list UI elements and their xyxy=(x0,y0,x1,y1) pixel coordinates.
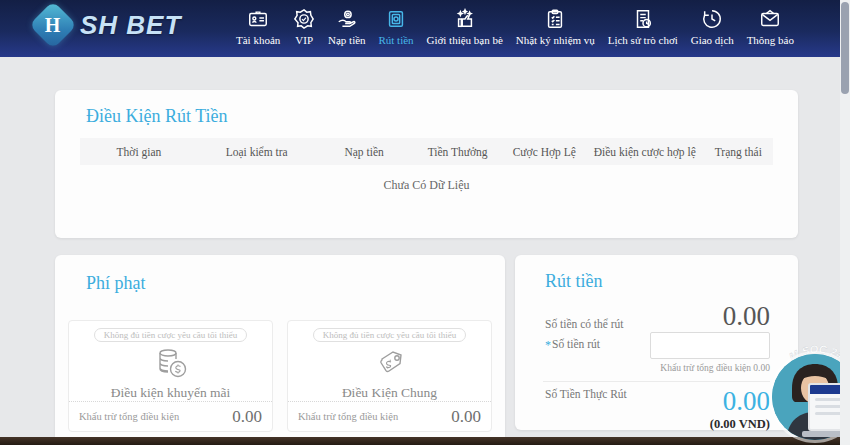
nav-item-notifications[interactable]: Thông báo xyxy=(747,8,794,46)
clock-icon xyxy=(701,8,723,30)
nav-item-label: Giao dịch xyxy=(691,34,734,46)
id-card-icon xyxy=(247,8,269,30)
available-amount-value: 0.00 xyxy=(723,303,770,330)
hand-coin-icon xyxy=(336,8,358,30)
brand-diamond-icon: H xyxy=(29,1,77,49)
withdraw-panel: Rút tiền Số tiền có thể rút 0.00 *Số tiề… xyxy=(515,255,798,430)
actual-withdraw-label: Số Tiền Thực Rút xyxy=(545,388,627,400)
available-amount-label: Số tiền có thể rút xyxy=(545,318,624,330)
nav-item-label: Rút tiền xyxy=(378,34,413,46)
divider xyxy=(543,381,770,382)
column-header-valid-bet: Cược Hợp Lệ xyxy=(503,146,586,158)
general-condition-label: Điều Kiện Chung xyxy=(288,385,491,401)
nav-item-label: Nạp tiền xyxy=(328,34,366,46)
nav-item-task-log[interactable]: Nhật ký nhiệm vụ xyxy=(516,8,595,46)
nav-item-label: Thông báo xyxy=(747,34,794,46)
nav-item-label: VIP xyxy=(295,34,313,46)
nav-item-game-history[interactable]: Lịch sử trò chơi xyxy=(608,8,678,46)
promo-deduction-value: 0.00 xyxy=(232,407,262,427)
clipboard-icon xyxy=(544,8,566,30)
column-header-check-type: Loại kiểm tra xyxy=(198,146,316,158)
brand-name: SH BET xyxy=(80,10,181,41)
brand-logo[interactable]: H SH BET xyxy=(36,8,181,42)
document-clock-icon xyxy=(632,8,654,30)
envelope-icon xyxy=(759,8,781,30)
nav-item-refer-friends[interactable]: Giới thiệu bạn bè xyxy=(426,8,502,46)
nav-item-transactions[interactable]: Giao dịch xyxy=(691,8,734,46)
price-tag-icon xyxy=(288,344,491,384)
withdraw-amount-input[interactable] xyxy=(650,332,770,359)
nav-item-label: Tài khoản xyxy=(236,34,280,46)
coins-icon xyxy=(69,344,272,384)
wallet-icon xyxy=(385,8,407,30)
withdraw-amount-row: *Số tiền rút xyxy=(545,332,770,359)
nav-menu: Tài khoản VIP Nạp tiền Rút tiền xyxy=(236,8,794,46)
general-condition-card: Không đủ tiền cược yêu cầu tối thiểu Điề… xyxy=(287,320,492,432)
actual-withdraw-row: Số Tiền Thực Rút 0.00 (0.00 VND) xyxy=(545,388,770,432)
conditions-table-header: Thời gian Loại kiểm tra Nạp tiền Tiền Th… xyxy=(80,138,773,165)
nav-item-label: Lịch sử trò chơi xyxy=(608,34,678,46)
column-header-bonus: Tiền Thưởng xyxy=(413,146,503,158)
general-deduction-value: 0.00 xyxy=(451,407,481,427)
withdraw-panel-title: Rút tiền xyxy=(545,271,603,292)
vip-badge-icon xyxy=(293,8,315,30)
actual-withdraw-value: 0.00 xyxy=(710,388,770,415)
general-condition-badge: Không đủ tiền cược yêu cầu tối thiểu xyxy=(313,328,466,342)
nav-item-label: Giới thiệu bạn bè xyxy=(426,34,502,46)
promo-condition-badge: Không đủ tiền cược yêu cầu tối thiểu xyxy=(94,328,247,342)
actual-withdraw-vnd: (0.00 VND) xyxy=(710,417,770,432)
page-scrollbar[interactable] xyxy=(840,0,850,445)
promo-deduction-row: Khấu trừ tổng điều kiện 0.00 xyxy=(69,401,272,431)
withdraw-conditions-title: Điều Kiện Rút Tiền xyxy=(86,106,228,127)
withdraw-amount-label: *Số tiền rút xyxy=(545,338,600,353)
penalty-fee-title: Phí phạt xyxy=(86,273,146,294)
required-asterisk: * xyxy=(545,338,551,352)
nav-item-deposit[interactable]: Nạp tiền xyxy=(328,8,366,46)
footer-background-strip xyxy=(0,437,850,445)
hand-stars-icon xyxy=(454,8,476,30)
customer-support-widget[interactable]: M SÓC 24/7 xyxy=(766,345,850,445)
withdraw-conditions-panel: Điều Kiện Rút Tiền Thời gian Loại kiểm t… xyxy=(55,90,798,238)
general-deduction-row: Khấu trừ tổng điều kiện 0.00 xyxy=(288,401,491,431)
promo-condition-label: Điều kiện khuyến mãi xyxy=(69,385,272,401)
scrollbar-thumb[interactable] xyxy=(841,2,849,94)
column-header-deposit: Nạp tiền xyxy=(316,146,413,158)
nav-item-vip[interactable]: VIP xyxy=(293,8,315,46)
available-amount-row: Số tiền có thể rút 0.00 xyxy=(545,303,770,330)
general-deduction-label: Khấu trừ tổng điều kiện xyxy=(298,411,398,422)
column-header-time: Thời gian xyxy=(80,146,198,158)
nav-item-withdraw[interactable]: Rút tiền xyxy=(378,8,413,46)
column-header-status: Trạng thái xyxy=(704,146,773,158)
empty-state-text: Chưa Có Dữ Liệu xyxy=(55,178,798,193)
promo-condition-card: Không đủ tiền cược yêu cầu tối thiểu Điề… xyxy=(68,320,273,432)
top-navbar: H SH BET Tài khoản VIP Nạp tiề xyxy=(0,0,850,57)
penalty-fee-panel: Phí phạt Không đủ tiền cược yêu cầu tối … xyxy=(55,255,505,437)
deduction-note: Khấu trừ tổng điều kiện 0.00 xyxy=(660,363,770,373)
nav-item-label: Nhật ký nhiệm vụ xyxy=(516,34,595,46)
column-header-bet-condition: Điều kiện cược hợp lệ xyxy=(586,146,704,158)
promo-deduction-label: Khấu trừ tổng điều kiện xyxy=(79,411,179,422)
withdraw-page: H SH BET Tài khoản VIP Nạp tiề xyxy=(0,0,850,445)
nav-item-account[interactable]: Tài khoản xyxy=(236,8,280,46)
